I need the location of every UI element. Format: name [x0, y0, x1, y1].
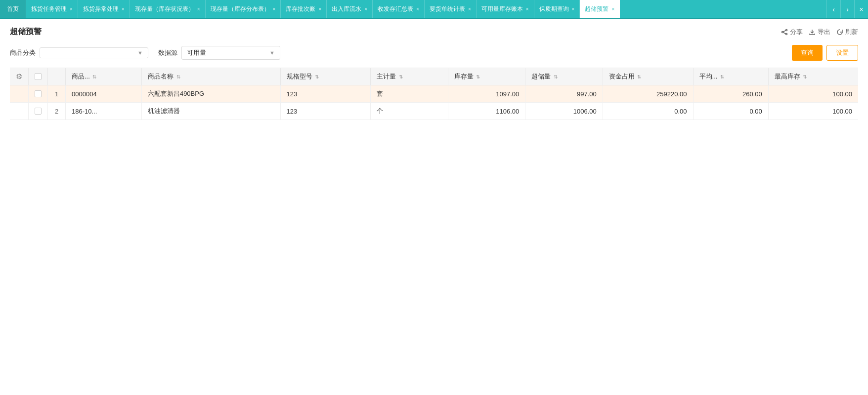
th-checkbox[interactable]	[29, 68, 48, 85]
nav-tab-4[interactable]: 现存量（库存分布表） ×	[206, 0, 281, 19]
nav-tab-7-close[interactable]: ×	[416, 6, 419, 12]
nav-prev-arrow[interactable]: ‹	[826, 0, 840, 19]
nav-tab-9-close[interactable]: ×	[526, 6, 529, 12]
svg-line-3	[783, 30, 785, 32]
nav-tab-4-label: 现存量（库存分布表）	[211, 5, 270, 13]
category-filter-group: 商品分类 ▼	[10, 47, 148, 58]
th-spec[interactable]: 规格型号 ⇅	[280, 68, 371, 85]
th-name-sort-icon: ⇅	[176, 74, 180, 79]
th-settings[interactable]: ⚙	[10, 68, 29, 85]
th-num	[48, 68, 66, 85]
th-stock[interactable]: 库存量 ⇅	[448, 68, 525, 85]
th-code-sort-icon: ⇅	[92, 74, 96, 79]
nav-tab-10-close[interactable]: ×	[572, 6, 575, 12]
nav-tab-3-label: 现存量（库存状况表）	[135, 5, 194, 13]
td-maxstock-1: 100.00	[768, 103, 858, 120]
datasource-dropdown-arrow: ▼	[269, 50, 275, 56]
nav-tab-1-close[interactable]: ×	[70, 6, 73, 12]
td-avg-1: 0.00	[693, 103, 768, 120]
refresh-icon	[836, 29, 843, 36]
th-maxstock-label: 最高库存	[775, 73, 800, 80]
row-checkbox-0[interactable]	[35, 90, 42, 97]
nav-tab-8-close[interactable]: ×	[468, 6, 471, 12]
settings-gear-icon[interactable]: ⚙	[16, 72, 22, 80]
nav-arrow-group: ‹ › ×	[826, 0, 868, 19]
td-maxstock-0: 100.00	[768, 85, 858, 103]
td-code-0: 0000004	[66, 85, 142, 103]
th-capital[interactable]: 资金占用 ⇅	[603, 68, 693, 85]
th-stock-label: 库存量	[454, 73, 474, 80]
title-actions: 分享 导出 刷新	[781, 28, 858, 37]
svg-point-2	[786, 33, 787, 35]
nav-tab-8-label: 要货单统计表	[430, 5, 465, 13]
nav-tab-10-label: 保质期查询	[539, 5, 569, 13]
nav-tab-11-close[interactable]: ×	[611, 6, 614, 12]
th-over-sort-icon: ⇅	[554, 74, 558, 79]
th-code-label: 商品...	[72, 73, 90, 80]
td-avg-0: 260.00	[693, 85, 768, 103]
th-maxstock[interactable]: 最高库存 ⇅	[768, 68, 858, 85]
td-code-1: 186-10...	[66, 103, 142, 120]
nav-tab-6[interactable]: 出入库流水 ×	[327, 0, 373, 19]
th-unit[interactable]: 主计量 ⇅	[371, 68, 448, 85]
nav-tab-5-label: 库存批次账	[286, 5, 315, 13]
td-over-0: 997.00	[525, 85, 603, 103]
filter-actions: 查询 设置	[792, 45, 858, 61]
td-name-1: 机油滤清器	[141, 103, 280, 120]
svg-line-4	[783, 32, 785, 34]
th-unit-sort-icon: ⇅	[399, 74, 403, 79]
th-over[interactable]: 超储量 ⇅	[525, 68, 603, 85]
page-title-row: 超储预警 分享 导出 刷新	[10, 27, 858, 37]
td-settings-0	[10, 85, 29, 103]
nav-home[interactable]: 首页	[0, 0, 26, 19]
td-stock-0: 1097.00	[448, 85, 525, 103]
nav-tab-7[interactable]: 收发存汇总表 ×	[373, 0, 425, 19]
td-stock-1: 1106.00	[448, 103, 525, 120]
nav-tab-8[interactable]: 要货单统计表 ×	[425, 0, 477, 19]
share-icon	[781, 29, 788, 36]
page-content: 超储预警 分享 导出 刷新	[0, 19, 868, 128]
th-avg[interactable]: 平均... ⇅	[693, 68, 768, 85]
settings-button[interactable]: 设置	[826, 45, 858, 61]
export-button[interactable]: 导出	[809, 28, 830, 37]
datasource-select[interactable]: 可用量 ▼	[181, 46, 280, 60]
data-table: ⚙ 商品... ⇅ 商品名称 ⇅ 规格型号 ⇅	[10, 68, 858, 120]
td-checkbox-1[interactable]	[29, 103, 48, 120]
td-checkbox-0[interactable]	[29, 85, 48, 103]
table-row: 2 186-10... 机油滤清器 123 个 1106.00 1006.00 …	[10, 103, 858, 120]
nav-tab-2[interactable]: 拣货异常处理 ×	[78, 0, 130, 19]
nav-tab-11[interactable]: 超储预警 ×	[580, 0, 620, 19]
nav-tab-4-close[interactable]: ×	[273, 6, 276, 12]
nav-tab-5-close[interactable]: ×	[318, 6, 321, 12]
table-row: 1 0000004 六配套新昌490BPG 123 套 1097.00 997.…	[10, 85, 858, 103]
nav-tab-2-close[interactable]: ×	[122, 6, 125, 12]
td-unit-0: 套	[371, 85, 448, 103]
nav-tab-3[interactable]: 现存量（库存状况表） ×	[130, 0, 206, 19]
nav-next-arrow[interactable]: ›	[840, 0, 854, 19]
th-name[interactable]: 商品名称 ⇅	[141, 68, 280, 85]
select-all-checkbox[interactable]	[35, 73, 42, 80]
td-capital-1: 0.00	[603, 103, 693, 120]
nav-tab-9-label: 可用量库存账本	[481, 5, 523, 13]
th-code[interactable]: 商品... ⇅	[66, 68, 142, 85]
refresh-button[interactable]: 刷新	[836, 28, 858, 37]
row-checkbox-1[interactable]	[35, 108, 42, 115]
export-icon	[809, 29, 816, 36]
category-select[interactable]: ▼	[40, 47, 148, 58]
th-stock-sort-icon: ⇅	[476, 74, 480, 79]
nav-tab-3-close[interactable]: ×	[197, 6, 200, 12]
nav-tab-6-close[interactable]: ×	[364, 6, 367, 12]
th-unit-label: 主计量	[377, 73, 396, 80]
share-label: 分享	[790, 28, 803, 37]
nav-tab-5[interactable]: 库存批次账 ×	[281, 0, 327, 19]
nav-tab-9[interactable]: 可用量库存账本 ×	[477, 0, 534, 19]
query-button[interactable]: 查询	[792, 45, 823, 61]
nav-more-close[interactable]: ×	[854, 0, 868, 19]
nav-tab-1[interactable]: 拣货任务管理 ×	[26, 0, 78, 19]
nav-tab-10[interactable]: 保质期查询 ×	[534, 0, 580, 19]
td-settings-1	[10, 103, 29, 120]
table-header-row: ⚙ 商品... ⇅ 商品名称 ⇅ 规格型号 ⇅	[10, 68, 858, 85]
td-spec-1: 123	[280, 103, 371, 120]
datasource-filter-group: 数据源 可用量 ▼	[158, 46, 280, 60]
share-button[interactable]: 分享	[781, 28, 803, 37]
